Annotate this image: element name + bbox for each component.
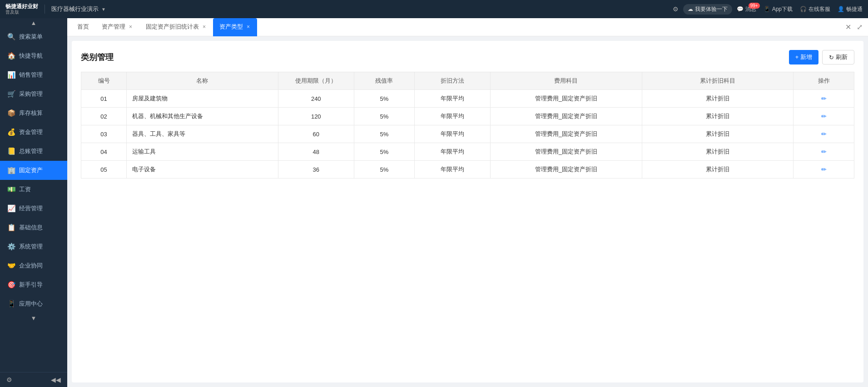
new-button[interactable]: + 新增 bbox=[789, 50, 818, 64]
sidebar-item-finance[interactable]: 💰 资金管理 bbox=[0, 123, 67, 142]
tab-depreciation[interactable]: 固定资产折旧统计表 × bbox=[139, 18, 213, 36]
edit-icon[interactable]: ✏ bbox=[821, 95, 827, 102]
cell-name[interactable]: 机器、机械和其他生产设备 bbox=[127, 108, 278, 125]
sidebar-item-guide[interactable]: 🎯 新手引导 bbox=[0, 275, 67, 294]
cell-op: ✏ bbox=[794, 161, 854, 179]
tab-home[interactable]: 首页 bbox=[71, 18, 95, 36]
cell-name[interactable]: 器具、工具、家具等 bbox=[127, 125, 278, 143]
cell-method: 年限平均 bbox=[415, 143, 491, 161]
headset-icon: 🎧 bbox=[800, 6, 807, 12]
settings-bottom-icon[interactable]: ⚙ bbox=[6, 376, 12, 383]
main-layout: ▲ 🔍 搜索菜单 🏠 快捷导航 📊 销售管理 🛒 采购管理 📦 库存核算 💰 资… bbox=[0, 18, 868, 387]
sidebar-item-enterprise[interactable]: 🤝 企业协同 bbox=[0, 256, 67, 275]
refresh-button[interactable]: ↻ 刷新 bbox=[822, 50, 854, 64]
handshake-icon: 🤝 bbox=[7, 262, 15, 270]
notifications-button[interactable]: 💬 消息 99+ bbox=[737, 5, 756, 13]
sidebar-item-basic[interactable]: 📋 基础信息 bbox=[0, 218, 67, 237]
user-menu[interactable]: 👤 畅捷通 bbox=[838, 5, 863, 13]
sidebar: ▲ 🔍 搜索菜单 🏠 快捷导航 📊 销售管理 🛒 采购管理 📦 库存核算 💰 资… bbox=[0, 18, 67, 387]
separator bbox=[45, 5, 45, 14]
tab-close-depreciation[interactable]: × bbox=[202, 24, 207, 30]
cell-accum[interactable]: 累计折旧 bbox=[642, 125, 794, 143]
col-header-expense: 费用科目 bbox=[491, 72, 642, 90]
app-logo: 畅捷通好业财 普及版 bbox=[5, 3, 38, 15]
table-row: 03 器具、工具、家具等 60 5% 年限平均 管理费用_固定资产折旧 累计折旧… bbox=[81, 125, 854, 143]
mobile-app-icon: 📱 bbox=[7, 300, 15, 308]
sidebar-item-label: 销售管理 bbox=[19, 71, 43, 79]
cell-name[interactable]: 电子设备 bbox=[127, 161, 278, 179]
col-header-period: 使用期限（月） bbox=[278, 72, 354, 90]
sidebar-item-inventory[interactable]: 📦 库存核算 bbox=[0, 104, 67, 123]
cell-op: ✏ bbox=[794, 108, 854, 125]
cell-method: 年限平均 bbox=[415, 161, 491, 179]
money-icon: 💰 bbox=[7, 128, 15, 136]
cell-residual: 5% bbox=[354, 108, 414, 125]
cell-name[interactable]: 运输工具 bbox=[127, 143, 278, 161]
cell-residual: 5% bbox=[354, 90, 414, 108]
edit-icon[interactable]: ✏ bbox=[821, 148, 827, 155]
company-selector[interactable]: 医疗器械行业演示 ▼ bbox=[51, 5, 668, 13]
sidebar-item-fixed-assets[interactable]: 🏢 固定资产 bbox=[0, 161, 67, 180]
cell-accum[interactable]: 累计折旧 bbox=[642, 108, 794, 125]
sidebar-scroll-up[interactable]: ▲ bbox=[0, 18, 67, 27]
cell-no: 04 bbox=[81, 143, 127, 161]
page-header: 类别管理 + 新增 ↻ 刷新 bbox=[81, 50, 854, 64]
sidebar-item-ledger[interactable]: 📒 总账管理 bbox=[0, 142, 67, 161]
tab-asset-mgmt[interactable]: 资产管理 × bbox=[95, 18, 139, 36]
cell-accum[interactable]: 累计折旧 bbox=[642, 161, 794, 179]
app-download-button[interactable]: 📱 App下载 bbox=[764, 5, 793, 13]
box-icon: 📦 bbox=[7, 109, 15, 117]
page-content: 类别管理 + 新增 ↻ 刷新 编号 名称 使用期 bbox=[72, 41, 863, 382]
tab-close-asset-type[interactable]: × bbox=[246, 24, 251, 30]
tab-bar: 首页 资产管理 × 固定资产折旧统计表 × 资产类型 × ✕ ⤢ bbox=[67, 18, 868, 36]
sidebar-item-search[interactable]: 🔍 搜索菜单 bbox=[0, 27, 67, 46]
sidebar-item-purchase[interactable]: 🛒 采购管理 bbox=[0, 84, 67, 104]
cell-name[interactable]: 房屋及建筑物 bbox=[127, 90, 278, 108]
settings-icon[interactable]: ⚙ bbox=[673, 5, 679, 13]
sidebar-item-operations[interactable]: 📈 经营管理 bbox=[0, 199, 67, 218]
experience-button[interactable]: ☁ 我要体验一下 bbox=[683, 4, 732, 15]
cell-expense: 管理费用_固定资产折旧 bbox=[491, 143, 642, 161]
sidebar-item-quicknav[interactable]: 🏠 快捷导航 bbox=[0, 46, 67, 65]
maximize-button[interactable]: ⤢ bbox=[855, 21, 864, 33]
table-row: 04 运输工具 48 5% 年限平均 管理费用_固定资产折旧 累计折旧 ✏ bbox=[81, 143, 854, 161]
gear-icon: ⚙️ bbox=[7, 243, 15, 251]
sidebar-item-payroll[interactable]: 💵 工资 bbox=[0, 180, 67, 199]
data-table: 编号 名称 使用期限（月） 残值率 折旧方法 费用科目 累计折旧科目 操作 01… bbox=[81, 72, 854, 179]
cell-residual: 5% bbox=[354, 143, 414, 161]
sidebar-item-label: 经营管理 bbox=[19, 204, 43, 213]
payroll-icon: 💵 bbox=[7, 185, 15, 194]
tab-bar-right: ✕ ⤢ bbox=[843, 21, 864, 33]
page-title: 类别管理 bbox=[81, 52, 114, 63]
mobile-icon: 📱 bbox=[764, 6, 770, 12]
cell-period: 60 bbox=[278, 125, 354, 143]
cell-accum[interactable]: 累计折旧 bbox=[642, 90, 794, 108]
collapse-icon[interactable]: ◀◀ bbox=[51, 376, 61, 383]
content-area: 首页 资产管理 × 固定资产折旧统计表 × 资产类型 × ✕ ⤢ 类 bbox=[67, 18, 868, 387]
sidebar-bottom: ⚙ ◀◀ bbox=[0, 372, 67, 387]
cell-op: ✏ bbox=[794, 125, 854, 143]
table-row: 01 房屋及建筑物 240 5% 年限平均 管理费用_固定资产折旧 累计折旧 ✏ bbox=[81, 90, 854, 108]
close-window-button[interactable]: ✕ bbox=[843, 21, 853, 33]
sidebar-scroll-down[interactable]: ▼ bbox=[0, 313, 67, 322]
sidebar-item-system[interactable]: ⚙️ 系统管理 bbox=[0, 237, 67, 256]
cell-residual: 5% bbox=[354, 161, 414, 179]
tab-asset-type[interactable]: 资产类型 × bbox=[213, 18, 257, 36]
cell-no: 03 bbox=[81, 125, 127, 143]
cell-period: 240 bbox=[278, 90, 354, 108]
edit-icon[interactable]: ✏ bbox=[821, 166, 827, 173]
edit-icon[interactable]: ✏ bbox=[821, 113, 827, 120]
edit-icon[interactable]: ✏ bbox=[821, 130, 827, 138]
sidebar-item-appcenter[interactable]: 📱 应用中心 bbox=[0, 294, 67, 313]
sidebar-item-label: 工资 bbox=[19, 185, 31, 194]
online-service-button[interactable]: 🎧 在线客服 bbox=[800, 5, 830, 13]
sidebar-item-sales[interactable]: 📊 销售管理 bbox=[0, 65, 67, 84]
col-header-residual: 残值率 bbox=[354, 72, 414, 90]
cell-accum[interactable]: 累计折旧 bbox=[642, 143, 794, 161]
page-actions: + 新增 ↻ 刷新 bbox=[789, 50, 854, 64]
table-row: 02 机器、机械和其他生产设备 120 5% 年限平均 管理费用_固定资产折旧 … bbox=[81, 108, 854, 125]
col-header-accum: 累计折旧科目 bbox=[642, 72, 794, 90]
tab-close-asset-mgmt[interactable]: × bbox=[128, 24, 133, 30]
cell-period: 120 bbox=[278, 108, 354, 125]
cart-icon: 🛒 bbox=[7, 90, 15, 98]
